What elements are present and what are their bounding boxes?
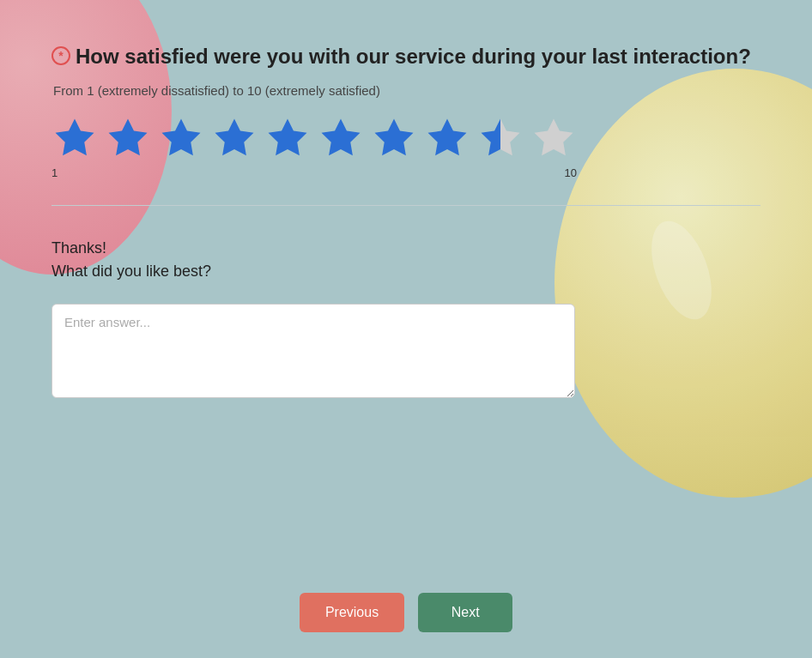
scale-max-label: 10: [565, 166, 577, 179]
section-divider: [52, 205, 760, 206]
scale-labels: 1 10: [52, 166, 577, 179]
followup-line2: What did you like best?: [52, 260, 760, 283]
required-asterisk: *: [52, 46, 70, 65]
question-text: How satisfied were you with our service …: [76, 43, 751, 69]
star-9[interactable]: [477, 115, 524, 161]
next-button[interactable]: Next: [418, 593, 512, 632]
previous-button[interactable]: Previous: [300, 593, 404, 632]
navigation-buttons: Previous Next: [0, 593, 812, 632]
stars-rating[interactable]: [52, 115, 760, 161]
star-8[interactable]: [424, 115, 470, 161]
star-10[interactable]: [530, 115, 577, 161]
followup-section: Thanks! What did you like best?: [52, 237, 760, 283]
star-3[interactable]: [158, 115, 204, 161]
scale-min-label: 1: [52, 166, 58, 179]
followup-line1: Thanks!: [52, 237, 760, 260]
question-header: * How satisfied were you with our servic…: [52, 43, 760, 69]
star-4[interactable]: [211, 115, 258, 161]
answer-textarea[interactable]: [52, 304, 575, 398]
star-2[interactable]: [105, 115, 151, 161]
star-7[interactable]: [371, 115, 417, 161]
star-6[interactable]: [318, 115, 364, 161]
star-1[interactable]: [52, 115, 98, 161]
scale-hint: From 1 (extremely dissatisfied) to 10 (e…: [53, 83, 760, 98]
star-5[interactable]: [264, 115, 311, 161]
